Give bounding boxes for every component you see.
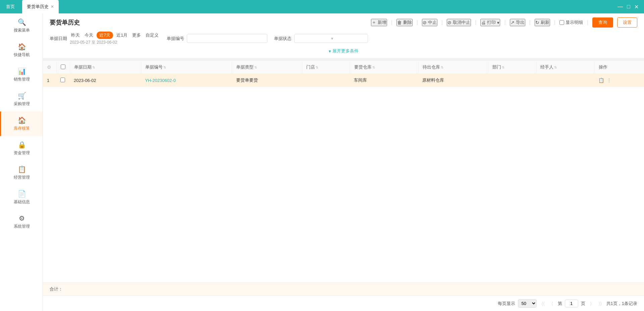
display-detail-toggle[interactable]: 显示明细 — [559, 19, 583, 26]
settings-icon[interactable]: ⚙ — [47, 64, 51, 70]
delete-button[interactable]: 🗑 删除 — [396, 19, 413, 26]
toolbar: ＋ 新增 | 🗑 删除 | ⊘ 中止 | ⊘ 取消中止 | — [371, 17, 637, 28]
sidebar-label-ops: 经营管理 — [14, 175, 30, 180]
setting-button[interactable]: 设置 — [617, 17, 637, 28]
doc-number-filter: 单据编号 — [167, 34, 267, 43]
stop-icon: ⊘ — [423, 20, 427, 25]
first-page-button[interactable]: ⟨⟨ — [539, 300, 547, 307]
sidebar-item-sales[interactable]: 📊 销售管理 — [0, 62, 43, 87]
per-page-select[interactable]: 50 100 200 — [518, 299, 537, 308]
sidebar-label-quick-nav: 快捷导航 — [14, 52, 30, 58]
plus-icon: ＋ — [372, 19, 376, 26]
shortcut-yesterday[interactable]: 昨天 — [70, 32, 81, 39]
lock-icon: 🔒 — [18, 141, 26, 149]
sidebar-item-quick-nav[interactable]: 🏠 快捷导航 — [0, 38, 43, 62]
th-settings: ⚙ — [43, 61, 56, 74]
doc-status-select[interactable]: ▾ — [294, 34, 368, 43]
date-shortcuts: 昨天 今天 近7天 近1月 更多 自定义 — [70, 32, 160, 39]
top-bar: 首页 要货单历史 ✕ — □ ✕ — [0, 0, 644, 13]
sidebar-item-basic-info[interactable]: 📄 基础信息 — [0, 185, 43, 210]
last-page-button[interactable]: ⟩⟩ — [596, 300, 604, 307]
export-label: 导出 — [516, 19, 525, 26]
print-icon: 🖨 — [481, 20, 486, 25]
row-actions: 📋 ⋮ — [598, 78, 640, 83]
chart-icon: 📊 — [18, 67, 26, 75]
next-page-button[interactable]: ⟩ — [588, 300, 594, 307]
shortcut-7days[interactable]: 近7天 — [97, 32, 113, 39]
stop-button[interactable]: ⊘ 中止 — [422, 19, 437, 26]
sort-icon[interactable]: ⇅ — [441, 65, 443, 69]
sidebar-label-system: 系统管理 — [14, 224, 30, 229]
sort-icon[interactable]: ⇅ — [92, 65, 95, 69]
query-button[interactable]: 查询 — [592, 17, 613, 28]
display-detail-checkbox[interactable] — [559, 20, 564, 25]
cart-icon: 🛒 — [18, 92, 26, 100]
doc-number-input[interactable] — [187, 34, 267, 43]
sort-icon[interactable]: ⇅ — [372, 65, 375, 69]
sidebar-label-search: 搜索菜单 — [14, 28, 30, 33]
doc-number-label: 单据编号 — [167, 36, 184, 42]
sidebar-item-finance[interactable]: 🔒 资金管理 — [0, 136, 43, 161]
sidebar-item-inventory[interactable]: 🏠 库存核算 — [0, 112, 43, 136]
main-layout: 🔍 搜索菜单 🏠 快捷导航 📊 销售管理 🛒 采购管理 🏠 库存核算 🔒 资金管… — [0, 13, 644, 311]
table-header: ⚙ 单据日期⇅ 单据编号⇅ 单据类型⇅ — [43, 61, 644, 74]
row-checkbox[interactable] — [60, 78, 65, 82]
refresh-button[interactable]: ↻ 刷新 — [535, 19, 550, 26]
print-button[interactable]: 🖨 打印 ▾ — [480, 19, 500, 26]
th-req-warehouse: 要货仓库⇅ — [350, 61, 418, 74]
export-button[interactable]: ↗ 导出 — [510, 19, 525, 26]
table-row: 1 2023-06-02 YH-20230602-0 要货单要货 车间库 原材料… — [43, 74, 644, 87]
sep1: | — [391, 19, 392, 26]
tab-purchase-history[interactable]: 要货单历史 ✕ — [22, 0, 59, 13]
date-filter: 单据日期 昨天 今天 近7天 近1月 更多 自定义 2023-05-27 至 2… — [50, 32, 160, 45]
close-icon[interactable]: ✕ — [634, 4, 639, 10]
sort-icon[interactable]: ⇅ — [163, 65, 166, 69]
more-icon[interactable]: ⋮ — [607, 78, 611, 83]
th-actions: 操作 — [594, 61, 644, 74]
sort-icon[interactable]: ⇅ — [554, 65, 557, 69]
cancel-stop-icon: ⊘ — [447, 20, 451, 25]
sidebar-label-purchase: 采购管理 — [14, 101, 30, 107]
sort-icon[interactable]: ⇅ — [316, 65, 318, 69]
total-info: 共1页，1条记录 — [606, 301, 637, 307]
select-all-checkbox[interactable] — [61, 64, 65, 69]
date-shortcuts-group: 昨天 今天 近7天 近1月 更多 自定义 2023-05-27 至 2023-0… — [70, 32, 160, 45]
cell-checkbox — [56, 74, 70, 87]
maximize-icon[interactable]: □ — [627, 4, 630, 10]
sort-icon[interactable]: ⇅ — [254, 65, 257, 69]
page-label: 第 — [558, 301, 562, 307]
cell-pending-warehouse: 原材料仓库 — [418, 74, 488, 87]
minimize-icon[interactable]: — — [618, 4, 623, 10]
display-detail-label: 显示明细 — [566, 19, 583, 26]
prev-page-button[interactable]: ⟨ — [549, 300, 555, 307]
sidebar-item-purchase[interactable]: 🛒 采购管理 — [0, 87, 43, 112]
sidebar-item-search-menu[interactable]: 🔍 搜索菜单 — [0, 13, 43, 38]
sep5: | — [504, 19, 505, 26]
doc-number-link[interactable]: YH-20230602-0 — [145, 78, 176, 83]
sort-icon[interactable]: ⇅ — [502, 65, 504, 69]
shortcut-today[interactable]: 今天 — [83, 32, 95, 39]
inventory-icon: 🏠 — [18, 116, 26, 124]
page-number-input[interactable] — [565, 300, 578, 307]
cell-doc-type: 要货单要货 — [232, 74, 302, 87]
data-table: ⚙ 单据日期⇅ 单据编号⇅ 单据类型⇅ — [43, 61, 644, 87]
edit-icon[interactable]: 📋 — [598, 78, 604, 83]
sidebar-label-inventory: 库存核算 — [14, 126, 30, 131]
sidebar-item-ops[interactable]: 📋 经营管理 — [0, 161, 43, 185]
tab-close-icon[interactable]: ✕ — [51, 4, 54, 9]
page-suffix: 页 — [581, 301, 585, 307]
sidebar-item-system[interactable]: ⚙ 系统管理 — [0, 210, 43, 234]
cell-no: 1 — [43, 74, 56, 87]
doc-icon: 📄 — [18, 190, 26, 198]
per-page-label: 每页显示 — [498, 301, 515, 307]
tab-home[interactable]: 首页 — [0, 0, 21, 13]
shortcut-more[interactable]: 更多 — [131, 32, 142, 39]
new-button[interactable]: ＋ 新增 — [371, 19, 387, 26]
cell-store — [302, 74, 350, 87]
cancel-stop-button[interactable]: ⊘ 取消中止 — [447, 19, 471, 26]
content-area: 要货单历史 ＋ 新增 | 🗑 删除 | ⊘ 中止 | ⊘ — [43, 13, 644, 311]
filter-area: 单据日期 昨天 今天 近7天 近1月 更多 自定义 2023-05-27 至 2… — [43, 28, 644, 58]
shortcut-custom[interactable]: 自定义 — [144, 32, 160, 39]
shortcut-1month[interactable]: 近1月 — [115, 32, 129, 39]
expand-more-button[interactable]: ▾ 展开更多条件 — [50, 48, 637, 54]
